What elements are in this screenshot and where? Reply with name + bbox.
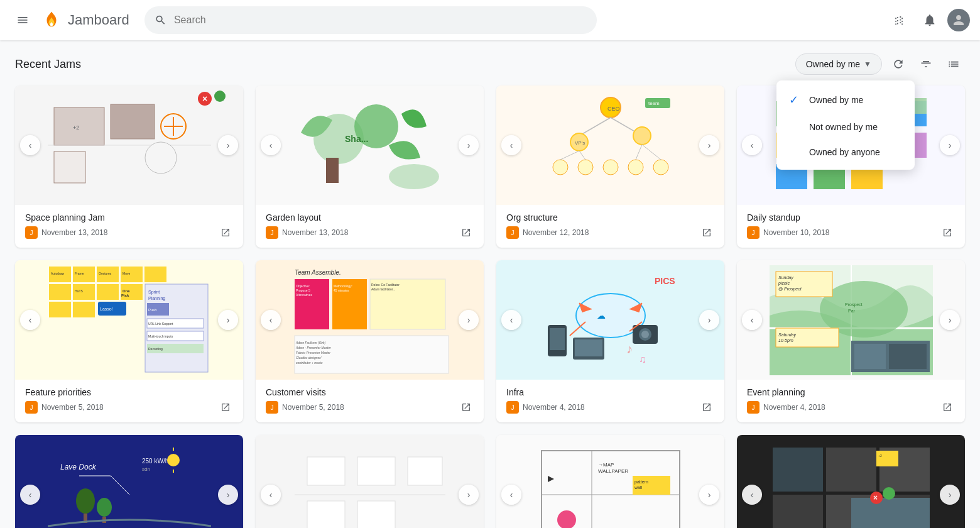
menu-icon[interactable]: [10, 8, 35, 33]
svg-text:Recording: Recording: [148, 347, 163, 351]
card-next[interactable]: ›: [940, 485, 960, 505]
card-next[interactable]: ›: [459, 135, 479, 155]
card-date-row: J November 4, 2018: [747, 401, 825, 414]
svg-text:Multi-touch inputs: Multi-touch inputs: [148, 334, 173, 338]
open-external-button[interactable]: [459, 400, 474, 415]
card-thumbnail: ‹ +2 ×: [737, 435, 965, 528]
svg-rect-167: [876, 451, 898, 466]
filter-not-owned[interactable]: Not owned by me: [776, 114, 915, 140]
svg-point-110: [641, 331, 649, 338]
svg-text:Claudia: designer/: Claudia: designer/: [296, 356, 322, 360]
jam-icon: J: [25, 226, 38, 239]
card-next[interactable]: ›: [699, 135, 719, 155]
card-info: Space planning Jam J November 13, 2018: [15, 205, 243, 248]
card-prev[interactable]: ‹: [742, 485, 762, 505]
card-space-planning[interactable]: ‹ +2 › × Space plan: [15, 85, 243, 248]
card-feature-priorities[interactable]: ‹ Autodraw Frame G: [15, 260, 243, 422]
svg-rect-160: [773, 448, 823, 492]
card-prev[interactable]: ‹: [742, 135, 762, 155]
svg-point-157: [557, 510, 576, 528]
card-info: Daily standup J November 10, 2018: [737, 205, 965, 248]
card-next[interactable]: ›: [218, 485, 238, 505]
card-event-planning[interactable]: ‹ Prospect Par Sunday picnic: [737, 260, 965, 422]
open-external-button[interactable]: [699, 400, 714, 415]
card-blue-board[interactable]: ‹ Lave Dock 250 kW/h sdn: [15, 435, 243, 528]
filter-button[interactable]: Owned by me ▼: [795, 53, 882, 75]
svg-rect-62: [73, 302, 95, 317]
card-customer-visits[interactable]: ‹ Team Assemble. Objective: Propose 5 Al…: [256, 260, 484, 422]
card-prev[interactable]: ‹: [501, 135, 521, 155]
card-next[interactable]: ›: [699, 485, 719, 505]
svg-rect-161: [826, 448, 876, 492]
card-prev[interactable]: ‹: [261, 135, 281, 155]
search-input[interactable]: [174, 14, 587, 26]
card-prev[interactable]: ‹: [261, 485, 281, 505]
card-next[interactable]: ›: [459, 485, 479, 505]
card-prev[interactable]: ‹: [501, 485, 521, 505]
sort-button[interactable]: [915, 53, 937, 75]
card-meta: J November 4, 2018: [747, 400, 955, 415]
card-floor-plan[interactable]: ‹ →MAP WALLPAPER pattern wall M: [496, 435, 724, 528]
open-external-button[interactable]: [699, 225, 714, 240]
card-title: Infra: [506, 387, 714, 397]
card-meta: J November 10, 2018: [747, 225, 955, 240]
search-icon: [155, 14, 166, 26]
avatar[interactable]: [947, 9, 970, 31]
card-next[interactable]: ›: [699, 310, 719, 330]
card-prev[interactable]: ‹: [20, 485, 40, 505]
card-thumbnail: ‹ Lave Dock 250 kW/h sdn: [15, 435, 243, 528]
open-external-button[interactable]: [940, 400, 955, 415]
svg-text:@ Prospect: @ Prospect: [778, 287, 802, 292]
svg-text:+2: +2: [878, 454, 882, 458]
card-garden-layout[interactable]: ‹ Sha... › Garden layout J: [256, 85, 484, 248]
section-title: Recent Jams: [15, 58, 81, 71]
card-prev[interactable]: ‹: [20, 135, 40, 155]
card-next[interactable]: ›: [218, 310, 238, 330]
card-org-structure[interactable]: ‹ CEO VP's: [496, 85, 724, 248]
open-external-button[interactable]: [940, 225, 955, 240]
card-next[interactable]: ›: [459, 310, 479, 330]
notification-icon[interactable]: [917, 8, 942, 33]
svg-text:Autodraw: Autodraw: [51, 272, 65, 275]
jam-icon: J: [506, 226, 519, 239]
card-thumbnail: ‹ +2 › ×: [15, 85, 243, 205]
card-meta: J November 13, 2018: [266, 225, 474, 240]
card-infra[interactable]: ‹ ☁ ♪ ♫: [496, 260, 724, 422]
svg-point-23: [578, 160, 593, 175]
card-photos[interactable]: ‹ +2 ×: [737, 435, 965, 528]
list-view-button[interactable]: [942, 53, 965, 75]
svg-line-28: [579, 151, 585, 160]
chevron-down-icon: ▼: [864, 60, 871, 69]
search-bar[interactable]: [144, 6, 597, 34]
svg-text:Adam Faulkner (Kirk): Adam Faulkner (Kirk): [295, 341, 326, 344]
open-external-button[interactable]: [218, 225, 233, 240]
svg-rect-125: [854, 344, 886, 369]
card-prev[interactable]: ‹: [742, 310, 762, 330]
card-next[interactable]: ›: [940, 135, 960, 155]
card-light[interactable]: ‹ › J: [256, 435, 484, 528]
card-thumbnail: ‹ →MAP WALLPAPER pattern wall M: [496, 435, 724, 528]
card-prev[interactable]: ‹: [20, 310, 40, 330]
card-thumbnail: ‹ Sha... ›: [256, 85, 484, 205]
app-name: Jamboard: [68, 12, 129, 28]
svg-line-27: [560, 151, 579, 160]
svg-text:Adam - Presenter Master: Adam - Presenter Master: [295, 346, 331, 349]
card-next[interactable]: ›: [940, 310, 960, 330]
open-external-button[interactable]: [218, 400, 233, 415]
svg-text:☁: ☁: [597, 311, 606, 321]
open-external-button[interactable]: [459, 225, 474, 240]
svg-line-17: [579, 118, 611, 136]
card-date-row: J November 13, 2018: [25, 226, 107, 239]
card-date-row: J November 13, 2018: [266, 226, 348, 239]
card-info: Infra J November 4, 2018: [496, 380, 724, 422]
svg-point-22: [553, 160, 568, 175]
svg-text:sdn: sdn: [142, 466, 150, 472]
refresh-button[interactable]: [887, 53, 910, 75]
card-next[interactable]: ›: [218, 135, 238, 155]
card-prev[interactable]: ‹: [501, 310, 521, 330]
card-prev[interactable]: ‹: [261, 310, 281, 330]
filter-owned-me[interactable]: ✓ Owned by me: [776, 85, 915, 114]
svg-text:One: One: [122, 289, 130, 293]
apps-icon[interactable]: [887, 8, 912, 33]
filter-anyone[interactable]: Owned by anyone: [776, 140, 915, 165]
